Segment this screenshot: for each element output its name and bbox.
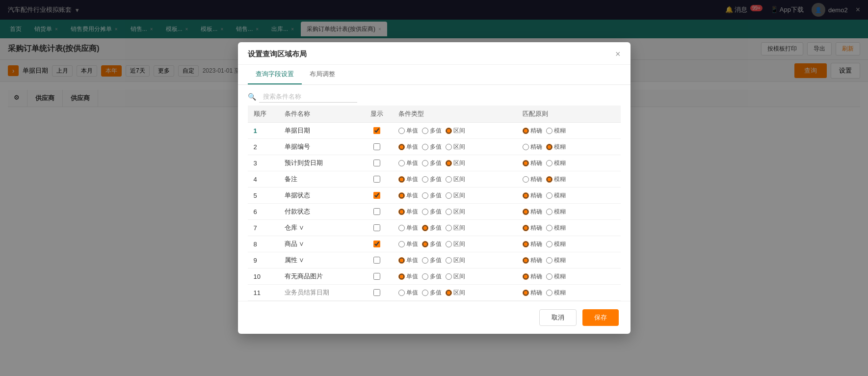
radio-type-single[interactable]: 单值 (398, 175, 418, 184)
radio-type-multi[interactable]: 多值 (422, 224, 442, 232)
radio-type-multi[interactable]: 多值 (422, 191, 442, 200)
cell-match: 精确模糊 (517, 139, 620, 155)
modal-close-button[interactable]: × (615, 49, 621, 59)
cell-name: 备注 (279, 171, 362, 188)
radio-type-multi[interactable]: 多值 (422, 208, 442, 216)
radio-type-single[interactable]: 单值 (398, 272, 418, 281)
display-checkbox[interactable] (373, 273, 380, 280)
cell-order: 2 (248, 139, 279, 155)
table-row: 7仓库 ∨单值多值区间精确模糊 (248, 220, 621, 236)
radio-match-fuzzy[interactable]: 模糊 (546, 159, 566, 167)
display-checkbox[interactable] (373, 224, 380, 231)
display-checkbox[interactable] (373, 241, 380, 247)
cell-display (362, 252, 393, 269)
radio-type-multi[interactable]: 多值 (422, 143, 442, 151)
radio-match-exact[interactable]: 精确 (523, 208, 542, 216)
radio-type-single[interactable]: 单值 (398, 208, 418, 216)
radio-match-fuzzy[interactable]: 模糊 (546, 224, 566, 232)
radio-type-single[interactable]: 单值 (398, 224, 418, 232)
radio-match-exact[interactable]: 精确 (523, 240, 542, 248)
radio-type-range[interactable]: 区间 (446, 143, 465, 151)
display-checkbox[interactable] (373, 176, 380, 183)
table-row: 8商品 ∨单值多值区间精确模糊 (248, 236, 621, 252)
cell-name: 仓库 ∨ (279, 220, 362, 236)
cell-name: 付款状态 (279, 204, 362, 220)
radio-type-range[interactable]: 区间 (446, 289, 465, 297)
cell-match: 精确模糊 (517, 220, 620, 236)
radio-match-fuzzy[interactable]: 模糊 (546, 289, 566, 297)
radio-match-exact[interactable]: 精确 (523, 224, 542, 232)
radio-match-fuzzy[interactable]: 模糊 (546, 143, 566, 151)
cancel-button[interactable]: 取消 (539, 309, 577, 326)
cell-display (362, 171, 393, 188)
radio-type-single[interactable]: 单值 (398, 289, 418, 297)
modal-tab-query-fields-label: 查询字段设置 (256, 70, 294, 78)
display-checkbox[interactable] (373, 127, 380, 134)
cell-display (362, 155, 393, 171)
cell-name: 有无商品图片 (279, 269, 362, 285)
radio-type-single[interactable]: 单值 (398, 143, 418, 151)
radio-match-fuzzy[interactable]: 模糊 (546, 240, 566, 248)
display-checkbox[interactable] (373, 192, 380, 199)
radio-type-range[interactable]: 区间 (446, 256, 465, 265)
cell-type: 单值多值区间 (393, 252, 517, 269)
radio-type-range[interactable]: 区间 (446, 240, 465, 248)
radio-match-fuzzy[interactable]: 模糊 (546, 191, 566, 200)
display-checkbox[interactable] (373, 143, 380, 150)
radio-match-exact[interactable]: 精确 (523, 159, 542, 167)
radio-match-fuzzy[interactable]: 模糊 (546, 256, 566, 265)
radio-type-multi[interactable]: 多值 (422, 256, 442, 265)
radio-type-multi[interactable]: 多值 (422, 272, 442, 281)
cell-name: 属性 ∨ (279, 252, 362, 269)
radio-match-fuzzy[interactable]: 模糊 (546, 175, 566, 184)
modal-table: 顺序 条件名称 显示 条件类型 匹配原则 1单据日期单值多值区间精确模糊2单据编… (248, 106, 621, 301)
radio-type-range[interactable]: 区间 (446, 191, 465, 200)
radio-type-range[interactable]: 区间 (446, 159, 465, 167)
radio-type-range[interactable]: 区间 (446, 224, 465, 232)
cell-match: 精确模糊 (517, 188, 620, 204)
radio-type-single[interactable]: 单值 (398, 240, 418, 248)
search-input[interactable] (259, 91, 357, 103)
modal-header: 设置查询区域布局 × (238, 42, 631, 65)
radio-match-exact[interactable]: 精确 (523, 256, 542, 265)
radio-type-range[interactable]: 区间 (446, 175, 465, 184)
radio-match-exact[interactable]: 精确 (523, 143, 542, 151)
radio-type-multi[interactable]: 多值 (422, 289, 442, 297)
display-checkbox[interactable] (373, 160, 380, 166)
cell-order: 5 (248, 188, 279, 204)
radio-match-exact[interactable]: 精确 (523, 175, 542, 184)
cell-name: 单据状态 (279, 188, 362, 204)
table-row: 6付款状态单值多值区间精确模糊 (248, 204, 621, 220)
radio-match-exact[interactable]: 精确 (523, 272, 542, 281)
radio-type-multi[interactable]: 多值 (422, 127, 442, 135)
cell-type: 单值多值区间 (393, 155, 517, 171)
radio-match-exact[interactable]: 精确 (523, 191, 542, 200)
radio-type-range[interactable]: 区间 (446, 272, 465, 281)
radio-type-range[interactable]: 区间 (446, 208, 465, 216)
radio-match-exact[interactable]: 精确 (523, 127, 542, 135)
display-checkbox[interactable] (373, 289, 380, 296)
cell-display (362, 188, 393, 204)
radio-type-single[interactable]: 单值 (398, 159, 418, 167)
radio-match-fuzzy[interactable]: 模糊 (546, 127, 566, 135)
radio-type-single[interactable]: 单值 (398, 256, 418, 265)
radio-type-range[interactable]: 区间 (446, 127, 465, 135)
radio-type-multi[interactable]: 多值 (422, 240, 442, 248)
radio-match-fuzzy[interactable]: 模糊 (546, 272, 566, 281)
save-button[interactable]: 保存 (582, 309, 619, 326)
modal-tab-layout[interactable]: 布局调整 (302, 65, 343, 84)
cell-name: 单据编号 (279, 139, 362, 155)
modal-dialog: 设置查询区域布局 × 查询字段设置 布局调整 🔍 顺序 条件名称 (238, 42, 631, 334)
radio-match-exact[interactable]: 精确 (523, 289, 542, 297)
radio-match-fuzzy[interactable]: 模糊 (546, 208, 566, 216)
col-display-header: 显示 (362, 106, 393, 123)
cell-match: 精确模糊 (517, 123, 620, 139)
cell-order: 9 (248, 252, 279, 269)
modal-tab-query-fields[interactable]: 查询字段设置 (248, 65, 302, 84)
radio-type-multi[interactable]: 多值 (422, 159, 442, 167)
display-checkbox[interactable] (373, 257, 380, 264)
display-checkbox[interactable] (373, 208, 380, 215)
radio-type-single[interactable]: 单值 (398, 191, 418, 200)
radio-type-multi[interactable]: 多值 (422, 175, 442, 184)
radio-type-single[interactable]: 单值 (398, 127, 418, 135)
